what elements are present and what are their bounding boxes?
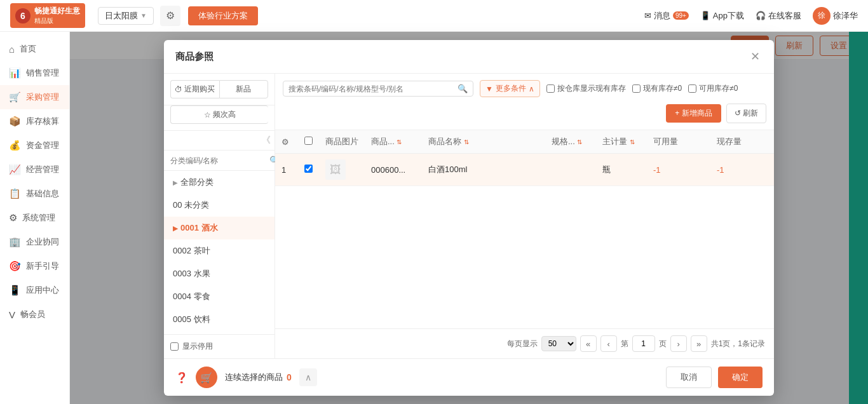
messages-badge: 99+ (673, 11, 689, 20)
modal-body: ⏱ 近期购买 新品 ☆ 频次高 (164, 74, 774, 358)
modal-close-button[interactable]: ✕ (747, 49, 763, 64)
nav-user[interactable]: 徐 徐泽华 (813, 7, 858, 25)
row-image: 🖼 (319, 154, 365, 186)
sidebar-item-sales[interactable]: 📊 销售管理 (0, 61, 69, 85)
per-page-select[interactable]: 50 100 (541, 336, 576, 351)
sidebar-item-inventory[interactable]: 📦 库存核算 (0, 109, 69, 133)
stock-ne0-filter: 现有库存≠0 (632, 83, 682, 94)
stock-ne0-label[interactable]: 现有库存≠0 (643, 83, 682, 94)
nav-service[interactable]: 🎧 在线客服 (756, 10, 801, 22)
usable-ne0-checkbox[interactable] (688, 84, 696, 93)
nav-messages[interactable]: ✉ 消息 99+ (644, 10, 689, 22)
col-spec-header[interactable]: 规格... ⇅ (545, 130, 596, 154)
product-search-input[interactable] (288, 84, 454, 93)
table-row[interactable]: 1 🖼 (275, 154, 774, 186)
col-stock-header: 现存量 (710, 130, 774, 154)
add-product-button[interactable]: + 新增商品 (666, 104, 721, 123)
col-settings-icon[interactable]: ⚙ (281, 137, 289, 147)
message-icon: ✉ (644, 11, 651, 20)
sidebar-item-system[interactable]: ⚙ 系统管理 (0, 206, 69, 230)
first-page-button[interactable]: « (580, 335, 597, 352)
cat-item-00[interactable]: 00 未分类 (164, 194, 275, 217)
col-name-header[interactable]: 商品名称 ⇅ (422, 130, 545, 154)
chevron-up-icon: ∧ (305, 372, 311, 382)
sidebar-item-apps[interactable]: 📱 应用中心 (0, 278, 69, 302)
store-dropdown-icon: ▼ (140, 12, 147, 19)
cat-item-0005[interactable]: 0005 饮料 (164, 308, 275, 331)
gear-button[interactable]: ⚙ (160, 6, 180, 26)
vip-icon: V (9, 309, 15, 320)
page-word: 第 (621, 339, 628, 349)
select-all-checkbox[interactable] (304, 137, 313, 145)
cat-item-0004[interactable]: 0004 零食 (164, 285, 275, 308)
sidebar-label-finance: 资金管理 (26, 140, 59, 151)
cat-item-0003[interactable]: 0003 水果 (164, 262, 275, 285)
category-list: ▶ 全部分类 00 未分类 ▶ 0001 酒水 0002 茶 (164, 171, 275, 334)
col-unit-header[interactable]: 主计量 ⇅ (596, 130, 647, 154)
confirm-button[interactable]: 确定 (718, 367, 763, 388)
cat-label-00: 00 未分类 (173, 199, 209, 211)
help-icon[interactable]: ❓ (175, 372, 188, 384)
warehouse-label[interactable]: 按仓库显示现有库存 (557, 83, 626, 94)
per-page-label: 每页显示 (507, 339, 538, 349)
prev-page-button[interactable]: ‹ (600, 335, 617, 352)
sidebar-item-vip[interactable]: V 畅会员 (0, 302, 69, 327)
new-product-button[interactable]: 新品 (219, 80, 269, 98)
home-icon: ⌂ (9, 44, 15, 55)
search-icon[interactable]: 🔍 (458, 84, 468, 93)
next-page-button[interactable]: › (670, 335, 687, 352)
image-placeholder-icon: 🖼 (330, 163, 341, 177)
row-checkbox-cell (298, 154, 319, 186)
sidebar-item-guide[interactable]: 🎯 新手引导 (0, 254, 69, 278)
content-area: 查询 刷新 设置 商品参照 ✕ ⏱ (70, 32, 868, 404)
modal-title: 商品参照 (175, 51, 214, 63)
sidebar-item-basic-info[interactable]: 📋 基础信息 (0, 182, 69, 206)
top-nav: 6 畅捷通好生意 精品版 日太阳膜 ▼ ⚙ 体验行业方案 ✉ 消息 99+ 📱 … (0, 0, 868, 32)
recent-purchase-button[interactable]: ⏱ 近期购买 (170, 80, 219, 98)
usable-ne0-label[interactable]: 可用库存≠0 (699, 83, 738, 94)
stock-ne0-checkbox[interactable] (632, 84, 641, 93)
cat-item-0002[interactable]: 0002 茶叶 (164, 239, 275, 262)
sidebar-label-inventory: 库存核算 (26, 116, 59, 127)
sidebar-item-enterprise[interactable]: 🏢 企业协同 (0, 230, 69, 254)
sidebar-label-vip: 畅会员 (20, 309, 45, 320)
page-number-input[interactable] (632, 335, 655, 352)
purchase-icon: 🛒 (9, 91, 21, 103)
nav-app-download[interactable]: 📱 App下载 (700, 10, 744, 22)
cat-item-all[interactable]: ▶ 全部分类 (164, 171, 275, 194)
cancel-button[interactable]: 取消 (666, 367, 712, 388)
avatar: 徐 (813, 7, 831, 25)
inventory-icon: 📦 (9, 116, 21, 127)
cart-button[interactable]: 🛒 (196, 367, 217, 388)
sidebar-item-purchase[interactable]: 🛒 采购管理 (0, 85, 69, 109)
continuous-label: 连续选择的商品 (225, 372, 283, 383)
show-disabled-checkbox[interactable] (170, 342, 179, 351)
sidebar-item-finance[interactable]: 💰 资金管理 (0, 133, 69, 158)
table-refresh-button[interactable]: ↺ 刷新 (726, 104, 766, 123)
messages-label: 消息 (654, 10, 670, 22)
trial-button[interactable]: 体验行业方案 (188, 6, 258, 25)
collapse-left-icon[interactable]: 《 (262, 135, 271, 146)
store-selector[interactable]: 日太阳膜 ▼ (98, 7, 154, 25)
warehouse-checkbox[interactable] (546, 84, 555, 93)
last-page-button[interactable]: » (691, 335, 707, 352)
sidebar-label-home: 首页 (20, 43, 36, 55)
cat-label-0005: 0005 饮料 (173, 314, 210, 325)
logo-area[interactable]: 6 畅捷通好生意 精品版 (10, 3, 85, 28)
show-disabled-label[interactable]: 显示停用 (182, 341, 213, 352)
basic-icon: 📋 (9, 188, 21, 199)
frequent-button[interactable]: ☆ 频次高 (170, 105, 268, 124)
collapse-up-button[interactable]: ∧ (299, 368, 317, 386)
more-filters-button[interactable]: ▼ 更多条件 ∧ (480, 80, 540, 97)
cat-item-0001[interactable]: ▶ 0001 酒水 (164, 217, 275, 239)
cat-search-input[interactable] (170, 156, 266, 165)
sidebar-item-operations[interactable]: 📈 经营管理 (0, 158, 69, 182)
filter-collapse-icon: ∧ (529, 84, 534, 93)
row-checkbox[interactable] (304, 165, 313, 173)
col-code-header[interactable]: 商品... ⇅ (365, 130, 422, 154)
sort-name-icon: ⇅ (464, 138, 469, 145)
sidebar-item-home[interactable]: ⌂ 首页 (0, 37, 69, 61)
category-sidebar: ⏱ 近期购买 新品 ☆ 频次高 (164, 74, 275, 358)
cat-label-0001: 0001 酒水 (180, 222, 218, 234)
cat-footer: 显示停用 (164, 334, 275, 358)
